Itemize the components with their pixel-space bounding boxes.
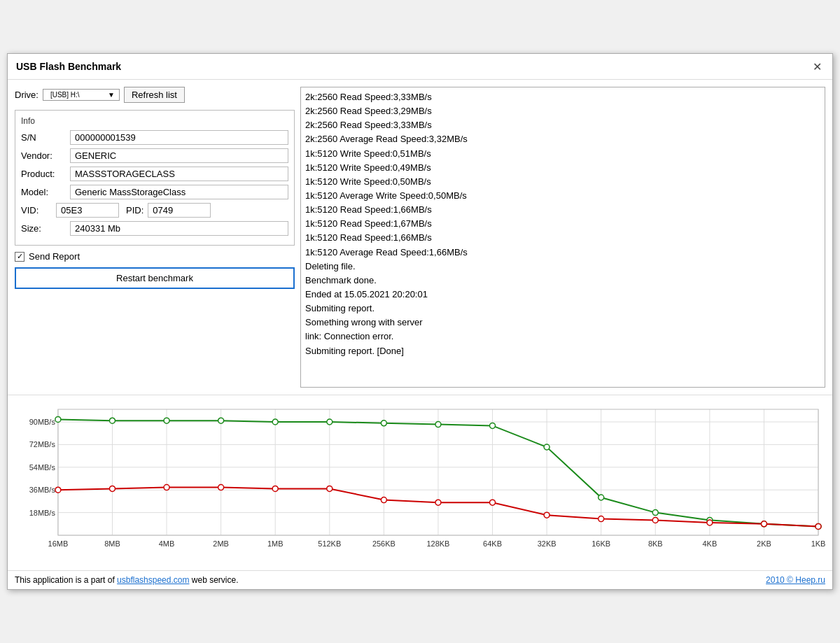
svg-point-64 xyxy=(435,500,441,505)
drive-dropdown[interactable]: [USB] H:\ ▼ xyxy=(43,89,120,101)
title-bar: USB Flash Benchmark ✕ xyxy=(8,54,832,80)
svg-point-48 xyxy=(381,421,386,426)
product-row: Product: MASSSTORAGECLASS xyxy=(21,167,288,181)
svg-point-47 xyxy=(327,419,332,425)
info-section-label: Info xyxy=(21,116,288,126)
log-line: 1k:5120 Write Speed:0,50MB/s xyxy=(305,175,820,189)
svg-point-61 xyxy=(272,486,278,491)
refresh-list-button[interactable]: Refresh list xyxy=(124,87,185,103)
model-label: Model: xyxy=(21,187,70,197)
chart-container: 18MB/s36MB/s54MB/s72MB/s90MB/s16MB8MB4MB… xyxy=(8,395,832,570)
svg-point-43 xyxy=(109,418,115,423)
footer-link[interactable]: usbflashspeed.com xyxy=(117,575,189,585)
left-panel: Drive: [USB] H:\ ▼ Refresh list Info S/N… xyxy=(15,87,295,388)
log-line: 1k:5120 Read Speed:1,66MB/s xyxy=(305,231,820,245)
log-line: Submiting report. xyxy=(305,302,820,316)
svg-text:90MB/s: 90MB/s xyxy=(29,418,56,426)
svg-point-52 xyxy=(598,495,604,500)
footer-right-link[interactable]: 2010 © Heep.ru xyxy=(766,575,825,585)
main-content: Drive: [USB] H:\ ▼ Refresh list Info S/N… xyxy=(8,80,832,395)
log-line: Ended at 15.05.2021 20:20:01 xyxy=(305,288,820,302)
svg-text:4KB: 4KB xyxy=(702,539,717,548)
chart-area: 18MB/s36MB/s54MB/s72MB/s90MB/s16MB8MB4MB… xyxy=(15,402,825,570)
footer-left-text: This application is a part of xyxy=(15,575,117,585)
log-line: link: Connection error. xyxy=(305,330,820,344)
svg-point-70 xyxy=(761,521,766,527)
svg-point-49 xyxy=(435,422,441,428)
model-row: Model: Generic MassStorageClass xyxy=(21,185,288,199)
svg-text:8MB: 8MB xyxy=(104,539,120,548)
benchmark-chart: 18MB/s36MB/s54MB/s72MB/s90MB/s16MB8MB4MB… xyxy=(15,402,825,570)
log-line: Something wrong with server xyxy=(305,316,820,330)
svg-point-46 xyxy=(272,419,278,425)
svg-point-68 xyxy=(652,517,658,523)
svg-text:2KB: 2KB xyxy=(757,539,771,548)
product-label: Product: xyxy=(21,169,70,179)
log-line: 1k:5120 Average Write Speed:0,50MB/s xyxy=(305,189,820,203)
svg-point-44 xyxy=(164,418,169,423)
svg-text:16KB: 16KB xyxy=(592,539,610,548)
svg-text:1MB: 1MB xyxy=(267,539,284,548)
svg-point-63 xyxy=(381,497,386,503)
size-value: 240331 Mb xyxy=(70,221,288,236)
product-value: MASSSTORAGECLASS xyxy=(70,167,288,181)
svg-text:1KB: 1KB xyxy=(811,539,825,548)
svg-point-50 xyxy=(490,423,496,428)
size-row: Size: 240331 Mb xyxy=(21,221,288,236)
svg-text:4MB: 4MB xyxy=(159,539,175,548)
svg-text:2MB: 2MB xyxy=(213,539,229,548)
log-line: 2k:2560 Read Speed:3,33MB/s xyxy=(305,118,820,132)
svg-text:54MB/s: 54MB/s xyxy=(29,463,56,472)
pid-value: 0749 xyxy=(148,203,211,218)
svg-text:512KB: 512KB xyxy=(318,539,341,548)
log-panel[interactable]: 2k:2560 Read Speed:3,33MB/s2k:2560 Read … xyxy=(300,87,825,388)
svg-point-53 xyxy=(652,510,658,516)
footer-after-text: web service. xyxy=(189,575,238,585)
app-window: USB Flash Benchmark ✕ Drive: [USB] H:\ ▼… xyxy=(7,53,833,590)
send-report-checkbox[interactable] xyxy=(15,252,24,262)
drive-selected-value: [USB] H:\ xyxy=(50,91,80,99)
log-line: 1k:5120 Read Speed:1,66MB/s xyxy=(305,203,820,217)
sn-row: S/N 000000001539 xyxy=(21,130,288,145)
log-line: 2k:2560 Read Speed:3,29MB/s xyxy=(305,104,820,118)
log-line: 1k:5120 Average Read Speed:1,66MB/s xyxy=(305,246,820,260)
svg-text:64KB: 64KB xyxy=(483,539,502,548)
svg-point-71 xyxy=(816,523,821,529)
svg-text:128KB: 128KB xyxy=(426,539,449,548)
drive-row: Drive: [USB] H:\ ▼ Refresh list xyxy=(15,87,295,103)
model-value: Generic MassStorageClass xyxy=(70,185,288,199)
svg-text:32KB: 32KB xyxy=(538,539,556,548)
svg-point-67 xyxy=(598,516,604,522)
svg-point-57 xyxy=(55,487,61,493)
svg-text:18MB/s: 18MB/s xyxy=(29,509,56,517)
vendor-row: Vendor: GENERIC xyxy=(21,148,288,163)
send-report-label: Send Report xyxy=(29,251,80,262)
svg-point-58 xyxy=(109,486,115,491)
footer-left: This application is a part of usbflashsp… xyxy=(15,575,239,585)
log-line: Benchmark done. xyxy=(305,274,820,288)
svg-point-65 xyxy=(490,500,496,505)
svg-point-51 xyxy=(544,444,550,450)
log-line: Deleting file. xyxy=(305,260,820,274)
vid-label: VID: xyxy=(21,205,56,215)
close-button[interactable]: ✕ xyxy=(810,59,824,73)
svg-point-59 xyxy=(164,485,169,490)
vendor-label: Vendor: xyxy=(21,150,70,161)
vid-value: 05E3 xyxy=(56,203,119,218)
vid-pid-row: VID: 05E3 PID: 0749 xyxy=(21,203,288,218)
log-line: 1k:5120 Write Speed:0,49MB/s xyxy=(305,161,820,175)
sn-label: S/N xyxy=(21,132,70,143)
window-title: USB Flash Benchmark xyxy=(16,61,121,72)
vendor-value: GENERIC xyxy=(70,148,288,163)
pid-label: PID: xyxy=(126,205,144,215)
log-line: 1k:5120 Read Speed:1,67MB/s xyxy=(305,217,820,231)
svg-point-42 xyxy=(55,416,61,422)
info-box: Info S/N 000000001539 Vendor: GENERIC Pr… xyxy=(15,110,295,246)
svg-text:36MB/s: 36MB/s xyxy=(29,486,56,494)
restart-benchmark-button[interactable]: Restart benchmark xyxy=(15,267,295,289)
svg-point-69 xyxy=(707,520,713,525)
sn-value: 000000001539 xyxy=(70,130,288,145)
svg-text:16MB: 16MB xyxy=(48,539,69,548)
svg-point-62 xyxy=(327,486,332,491)
send-report-row[interactable]: Send Report xyxy=(15,251,295,262)
